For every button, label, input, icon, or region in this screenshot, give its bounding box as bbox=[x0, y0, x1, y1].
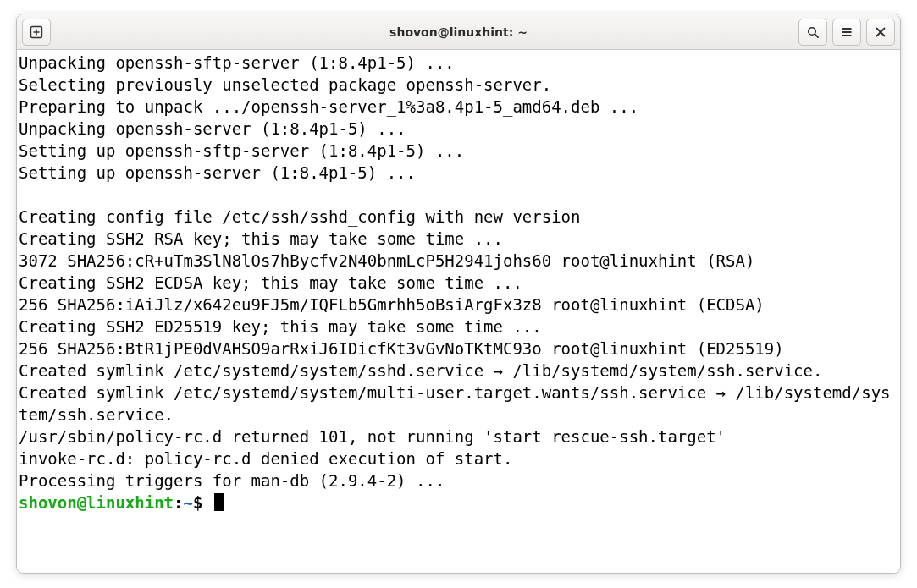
terminal-line: Preparing to unpack .../openssh-server_1… bbox=[19, 96, 898, 118]
terminal-line: Processing triggers for man-db (2.9.4-2)… bbox=[19, 470, 898, 492]
prompt-path: ~ bbox=[183, 493, 192, 512]
terminal-output[interactable]: Unpacking openssh-sftp-server (1:8.4p1-5… bbox=[17, 50, 900, 573]
terminal-line: Creating SSH2 ED25519 key; this may take… bbox=[19, 316, 898, 338]
terminal-line: Unpacking openssh-server (1:8.4p1-5) ... bbox=[19, 118, 898, 140]
terminal-line: Creating SSH2 RSA key; this may take som… bbox=[19, 228, 898, 250]
new-tab-button[interactable] bbox=[22, 19, 51, 46]
terminal-line: invoke-rc.d: policy-rc.d denied executio… bbox=[19, 448, 898, 470]
terminal-line: Creating config file /etc/ssh/sshd_confi… bbox=[19, 206, 898, 228]
terminal-prompt[interactable]: shovon@linuxhint:~$ bbox=[19, 492, 898, 514]
prompt-symbol: $ bbox=[193, 493, 213, 512]
svg-line-4 bbox=[815, 34, 818, 37]
terminal-line: /usr/sbin/policy-rc.d returned 101, not … bbox=[19, 426, 898, 448]
terminal-line: 3072 SHA256:cR+uTm3SlN8lOs7hBycfv2N40bnm… bbox=[19, 250, 898, 272]
terminal-line: Setting up openssh-server (1:8.4p1-5) ..… bbox=[19, 162, 898, 184]
terminal-line: Setting up openssh-sftp-server (1:8.4p1-… bbox=[19, 140, 898, 162]
terminal-line: Creating SSH2 ECDSA key; this may take s… bbox=[19, 272, 898, 294]
close-button[interactable] bbox=[866, 19, 895, 46]
prompt-separator: : bbox=[174, 493, 183, 512]
terminal-line: Created symlink /etc/systemd/system/mult… bbox=[19, 382, 898, 426]
prompt-user-host: shovon@linuxhint bbox=[19, 493, 174, 512]
hamburger-icon bbox=[840, 25, 853, 39]
window-title: shovon@linuxhint: ~ bbox=[17, 25, 900, 39]
terminal-window: shovon@linuxhint: ~ bbox=[16, 14, 901, 574]
terminal-line: 256 SHA256:BtR1jPE0dVAHSO9arRxiJ6IDicfKt… bbox=[19, 338, 898, 360]
terminal-line bbox=[19, 184, 898, 206]
titlebar: shovon@linuxhint: ~ bbox=[17, 14, 900, 50]
terminal-line: Selecting previously unselected package … bbox=[19, 74, 898, 96]
new-tab-icon bbox=[30, 25, 43, 39]
terminal-line: Created symlink /etc/systemd/system/sshd… bbox=[19, 360, 898, 382]
terminal-line: Unpacking openssh-sftp-server (1:8.4p1-5… bbox=[19, 52, 898, 74]
search-button[interactable] bbox=[798, 19, 827, 46]
close-icon bbox=[875, 26, 887, 38]
search-icon bbox=[806, 25, 820, 39]
cursor-block bbox=[214, 493, 224, 511]
terminal-line: 256 SHA256:iAiJlz/x642eu9FJ5m/IQFLb5Gmrh… bbox=[19, 294, 898, 316]
menu-button[interactable] bbox=[832, 19, 861, 46]
